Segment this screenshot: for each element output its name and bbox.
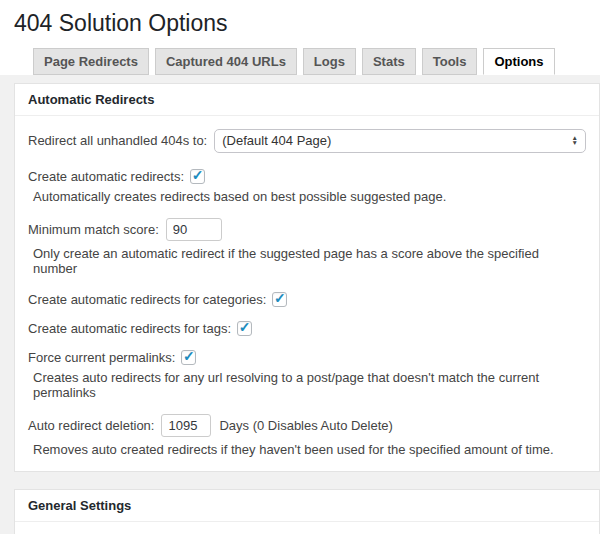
tags-label: Create automatic redirects for tags: [28, 321, 231, 336]
min-score-row: Minimum match score: [28, 218, 586, 241]
check-icon: ✓ [183, 349, 195, 363]
create-auto-row: Create automatic redirects: ✓ [28, 169, 586, 184]
permalinks-checkbox[interactable]: ✓ [181, 350, 196, 365]
tab-captured-404-urls[interactable]: Captured 404 URLs [155, 48, 297, 75]
deletion-label: Auto redirect deletion: [28, 418, 154, 433]
tab-bar: Page Redirects Captured 404 URLs Logs St… [14, 48, 600, 75]
categories-label: Create automatic redirects for categorie… [28, 292, 266, 307]
tab-stats[interactable]: Stats [362, 48, 416, 75]
tab-logs[interactable]: Logs [303, 48, 356, 75]
deletion-suffix: Days (0 Disables Auto Delete) [219, 418, 392, 433]
categories-checkbox[interactable]: ✓ [272, 292, 287, 307]
redirect-all-selected-value: (Default 404 Page) [222, 133, 331, 148]
min-score-input[interactable] [166, 218, 222, 241]
automatic-redirects-panel: Automatic Redirects Redirect all unhandl… [14, 83, 600, 472]
automatic-redirects-heading: Automatic Redirects [15, 84, 599, 116]
categories-row: Create automatic redirects for categorie… [28, 292, 586, 307]
create-auto-checkbox[interactable]: ✓ [190, 169, 205, 184]
permalinks-row: Force current permalinks: ✓ [28, 350, 586, 365]
deletion-days-input[interactable] [161, 414, 211, 437]
tab-tools[interactable]: Tools [422, 48, 478, 75]
redirect-all-select[interactable]: (Default 404 Page) ▲▼ [214, 129, 586, 153]
min-score-label: Minimum match score: [28, 222, 159, 237]
general-settings-heading: General Settings [15, 490, 599, 522]
redirect-all-label: Redirect all unhandled 404s to: [28, 133, 207, 148]
tab-page-redirects[interactable]: Page Redirects [33, 48, 149, 75]
tags-row: Create automatic redirects for tags: ✓ [28, 321, 586, 336]
check-icon: ✓ [192, 168, 204, 182]
settings-body: Automatic Redirects Redirect all unhandl… [0, 75, 600, 534]
deletion-row: Auto redirect deletion: Days (0 Disables… [28, 414, 586, 437]
check-icon: ✓ [239, 320, 251, 334]
redirect-all-row: Redirect all unhandled 404s to: (Default… [28, 129, 586, 153]
permalinks-label: Force current permalinks: [28, 350, 175, 365]
create-auto-description: Automatically creates redirects based on… [28, 189, 586, 204]
tab-options[interactable]: Options [483, 48, 554, 75]
select-arrows-icon: ▲▼ [572, 136, 578, 146]
permalinks-description: Creates auto redirects for any url resol… [28, 370, 586, 400]
check-icon: ✓ [274, 291, 286, 305]
page-title: 404 Solution Options [14, 10, 600, 38]
deletion-description: Removes auto created redirects if they h… [28, 442, 586, 457]
page-header: 404 Solution Options Page Redirects Capt… [0, 0, 600, 75]
create-auto-label: Create automatic redirects: [28, 169, 184, 184]
general-settings-panel: General Settings DB Version Number: 1.5.… [14, 489, 600, 534]
min-score-description: Only create an automatic redirect if the… [28, 246, 586, 276]
tags-checkbox[interactable]: ✓ [237, 321, 252, 336]
